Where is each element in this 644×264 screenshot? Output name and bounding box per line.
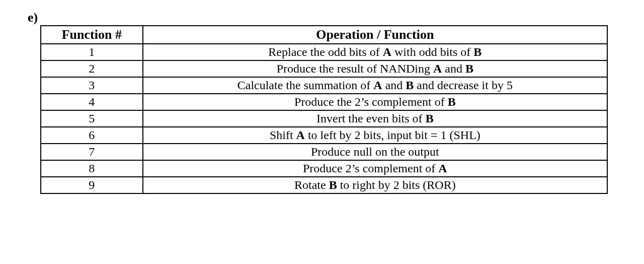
header-function-number: Function # [41,26,143,44]
op-text-segment: B [329,178,337,191]
cell-function-number: 1 [41,44,143,60]
op-text-segment: Produce the result of NANDing [277,62,433,75]
op-text-segment: to left by 2 bits, input bit = 1 (SHL) [305,128,480,142]
cell-operation: Produce 2’s complement of A [143,160,607,177]
op-text-segment: A [383,45,391,58]
cell-function-number: 6 [41,127,143,144]
cell-function-number: 5 [41,110,143,127]
table-row: 3Calculate the summation of A and B and … [41,77,607,94]
section-label: e) [28,10,624,25]
cell-operation: Produce null on the output [143,144,607,160]
cell-operation: Produce the 2’s complement of B [143,94,607,110]
header-operation: Operation / Function [143,26,607,44]
table-row: 4Produce the 2’s complement of B [41,94,607,110]
cell-function-number: 7 [41,144,143,160]
cell-function-number: 4 [41,94,143,110]
op-text-segment: Produce null on the output [311,145,439,158]
table-row: 9Rotate B to right by 2 bits (ROR) [41,177,607,193]
op-text-segment: Produce the 2’s complement of [294,95,448,108]
cell-operation: Rotate B to right by 2 bits (ROR) [143,177,607,193]
cell-operation: Invert the even bits of B [143,110,607,127]
op-text-segment: B [406,79,414,92]
cell-operation: Shift A to left by 2 bits, input bit = 1… [143,127,607,144]
op-text-segment: A [296,128,305,142]
op-text-segment: and [442,62,465,75]
cell-operation: Calculate the summation of A and B and d… [143,77,607,94]
table-row: 1Replace the odd bits of A with odd bits… [41,44,607,60]
table-header-row: Function # Operation / Function [41,26,607,44]
table-row: 6Shift A to left by 2 bits, input bit = … [41,127,607,144]
table-row: 8Produce 2’s complement of A [41,160,607,177]
op-text-segment: A [373,79,382,92]
op-text-segment: A [438,162,447,175]
cell-function-number: 9 [41,177,143,193]
op-text-segment: Calculate the summation of [237,79,374,92]
function-table: Function # Operation / Function 1Replace… [40,25,608,194]
op-text-segment: to right by 2 bits (ROR) [337,178,456,191]
op-text-segment: Produce 2’s complement of [303,162,438,175]
table-row: 7Produce null on the output [41,144,607,160]
op-text-segment: with odd bits of [391,45,473,58]
cell-function-number: 8 [41,160,143,177]
op-text-segment: Invert the even bits of [316,112,426,125]
op-text-segment: Shift [270,128,296,142]
table-row: 2Produce the result of NANDing A and B [41,60,607,77]
op-text-segment: B [473,45,481,58]
cell-operation: Produce the result of NANDing A and B [143,60,607,77]
op-text-segment: and [382,79,406,92]
op-text-segment: B [465,62,473,75]
op-text-segment: A [433,62,442,75]
cell-operation: Replace the odd bits of A with odd bits … [143,44,607,60]
cell-function-number: 3 [41,77,143,94]
cell-function-number: 2 [41,60,143,77]
op-text-segment: B [448,95,456,108]
op-text-segment: Rotate [294,178,329,191]
op-text-segment: Replace the odd bits of [268,45,382,58]
op-text-segment: and decrease it by 5 [414,79,513,92]
table-row: 5Invert the even bits of B [41,110,607,127]
op-text-segment: B [426,112,434,125]
